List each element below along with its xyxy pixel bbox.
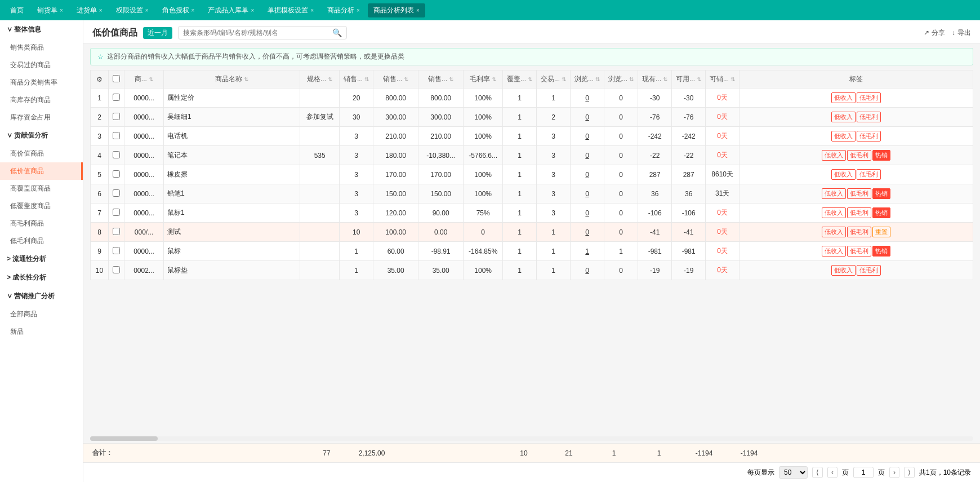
col-stock1-header[interactable]: 现有... ⇅ [638, 70, 672, 89]
view1-value[interactable]: 0 [585, 228, 589, 236]
row-checkbox-cell[interactable] [109, 184, 124, 204]
col-settings[interactable]: ⚙ [91, 70, 109, 89]
col-code-header[interactable]: 商... ⇅ [124, 70, 164, 89]
sidebar-item-high-coverage[interactable]: 高覆盖度商品 [0, 180, 83, 197]
row-checkbox[interactable] [113, 132, 120, 139]
sidebar-item-all-products[interactable]: 全部商品 [0, 306, 83, 323]
search-input[interactable] [183, 29, 332, 37]
nav-doc-template[interactable]: 单据模板设置 × [262, 3, 319, 17]
row-checkbox[interactable] [113, 189, 120, 197]
col-stock3-header[interactable]: 可销... ⇅ [706, 70, 740, 89]
sidebar-item-new-products[interactable]: 新品 [0, 323, 83, 341]
row-view1[interactable]: 1 [571, 242, 604, 261]
col-cover-header[interactable]: 覆盖... ⇅ [503, 70, 537, 89]
current-page-input[interactable] [853, 467, 874, 478]
nav-product-analysis-list[interactable]: 商品分析列表 × [368, 3, 425, 17]
view1-value[interactable]: 0 [585, 171, 589, 179]
col-stock2-header[interactable]: 可用... ⇅ [672, 70, 706, 89]
col-spec-header[interactable]: 规格... ⇅ [300, 70, 340, 89]
close-icon[interactable]: × [251, 7, 254, 14]
row-view1[interactable]: 0 [571, 108, 604, 127]
close-icon[interactable]: × [416, 7, 420, 14]
next-page-button[interactable]: › [889, 467, 899, 478]
col-sales1-header[interactable]: 销售... ⇅ [340, 70, 373, 89]
row-view1[interactable]: 0 [571, 165, 604, 184]
sidebar-group-growth[interactable]: > 成长性分析 [0, 268, 83, 287]
row-checkbox-cell[interactable] [109, 223, 124, 242]
row-checkbox[interactable] [113, 170, 120, 178]
close-icon[interactable]: × [99, 7, 103, 14]
search-box[interactable]: 🔍 [178, 26, 347, 39]
last-page-button[interactable]: ⟩ [904, 467, 915, 478]
export-button[interactable]: ↓ 导出 [952, 28, 971, 38]
sidebar-group-marketing[interactable]: ∨ 营销推广分析 [0, 287, 83, 306]
col-name-header[interactable]: 商品名称 ⇅ [164, 70, 300, 89]
sidebar-item-sales-products[interactable]: 销售类商品 [0, 39, 83, 56]
row-checkbox[interactable] [113, 113, 120, 120]
nav-permission[interactable]: 权限设置 × [110, 3, 154, 17]
nav-product-warehouse[interactable]: 产成品入库单 × [202, 3, 260, 17]
horizontal-scrollbar[interactable] [90, 436, 973, 441]
col-view2-header[interactable]: 浏览... ⇅ [604, 70, 638, 89]
nav-role-auth[interactable]: 角色授权 × [157, 3, 201, 17]
row-view1[interactable]: 0 [571, 89, 604, 108]
view1-value[interactable]: 0 [585, 113, 589, 121]
view1-value[interactable]: 0 [585, 267, 589, 275]
close-icon[interactable]: × [310, 7, 314, 14]
row-view1[interactable]: 0 [571, 261, 604, 280]
sidebar-item-low-value[interactable]: 低价值商品 [0, 162, 83, 180]
sidebar-group-overall[interactable]: ∨ 整体信息 [0, 20, 83, 39]
row-checkbox-cell[interactable] [109, 146, 124, 165]
row-checkbox-cell[interactable] [109, 204, 124, 223]
col-sales2-header[interactable]: 销售... ⇅ [373, 70, 418, 89]
view1-value[interactable]: 0 [585, 132, 589, 140]
view1-value[interactable]: 1 [585, 247, 589, 255]
close-icon[interactable]: × [60, 7, 63, 14]
view1-value[interactable]: 0 [585, 209, 589, 217]
row-view1[interactable]: 0 [571, 204, 604, 223]
row-checkbox-cell[interactable] [109, 89, 124, 108]
view1-value[interactable]: 0 [585, 152, 589, 160]
close-icon[interactable]: × [357, 7, 360, 14]
nav-sales-order[interactable]: 销货单 × [32, 3, 69, 17]
row-checkbox[interactable] [113, 151, 120, 158]
sidebar-item-category-sales[interactable]: 商品分类销售率 [0, 74, 83, 91]
sidebar-item-high-value[interactable]: 高价值商品 [0, 145, 83, 162]
time-badge[interactable]: 近一月 [143, 27, 172, 39]
row-checkbox[interactable] [113, 209, 120, 216]
row-checkbox-cell[interactable] [109, 127, 124, 146]
sidebar-group-contribution[interactable]: ∨ 贡献值分析 [0, 126, 83, 145]
row-checkbox[interactable] [113, 228, 120, 235]
data-table-container[interactable]: ⚙ 商... ⇅ 商品名称 ⇅ 规格... ⇅ 销售... ⇅ 销售... ⇅ … [90, 70, 973, 436]
share-button[interactable]: ↗ 分享 [924, 28, 945, 38]
per-page-select[interactable]: 50 100 200 [779, 466, 808, 479]
sidebar-item-high-margin[interactable]: 高毛利商品 [0, 215, 83, 232]
prev-page-button[interactable]: ‹ [827, 467, 838, 478]
row-checkbox[interactable] [113, 247, 120, 254]
col-gross-header[interactable]: 毛利率 ⇅ [464, 70, 503, 89]
row-checkbox-cell[interactable] [109, 108, 124, 127]
row-checkbox-cell[interactable] [109, 165, 124, 184]
row-view1[interactable]: 0 [571, 146, 604, 165]
row-checkbox[interactable] [113, 266, 120, 273]
row-checkbox-cell[interactable] [109, 242, 124, 261]
sidebar-item-stock-capital[interactable]: 库存资金占用 [0, 109, 83, 126]
close-icon[interactable]: × [191, 7, 195, 14]
col-sales3-header[interactable]: 销售... ⇅ [418, 70, 464, 89]
select-all-checkbox[interactable] [113, 75, 120, 82]
sidebar-item-traded-products[interactable]: 交易过的商品 [0, 56, 83, 74]
col-view1-header[interactable]: 浏览... ⇅ [571, 70, 604, 89]
first-page-button[interactable]: ⟨ [812, 467, 823, 478]
sidebar-item-low-margin[interactable]: 低毛利商品 [0, 232, 83, 250]
row-view1[interactable]: 0 [571, 184, 604, 204]
row-view1[interactable]: 0 [571, 127, 604, 146]
nav-purchase-order[interactable]: 进货单 × [71, 3, 108, 17]
sidebar-item-high-stock[interactable]: 高库存的商品 [0, 91, 83, 109]
row-view1[interactable]: 0 [571, 223, 604, 242]
row-checkbox-cell[interactable] [109, 261, 124, 280]
search-icon[interactable]: 🔍 [332, 28, 342, 37]
nav-home[interactable]: 首页 [5, 3, 29, 17]
sidebar-group-liquidity[interactable]: > 流通性分析 [0, 250, 83, 268]
view1-value[interactable]: 0 [585, 190, 589, 198]
col-checkbox[interactable] [109, 70, 124, 89]
